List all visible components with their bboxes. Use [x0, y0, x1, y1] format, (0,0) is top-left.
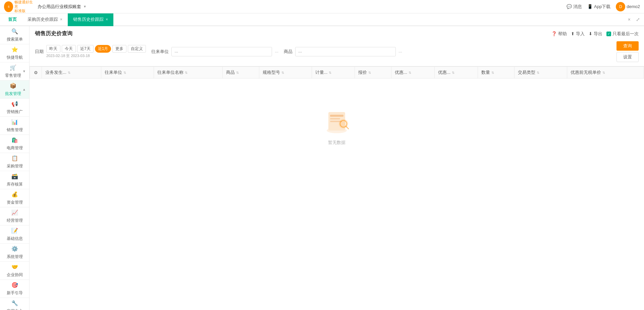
retail-expand-icon: ▼: [22, 69, 26, 74]
filter-row: 日期 昨天 今天 近7天 近1月 更多 自定义 2023-02-18 至 202…: [35, 41, 639, 66]
content-area: 销售历史价查询 ❓ 帮助 ⬆ 导入 ⬇ 导出 ✓: [30, 26, 644, 310]
export-btn[interactable]: ⬇ 导出: [589, 31, 602, 37]
sidebar-item-appstore[interactable]: 🔧 应用中心: [0, 298, 29, 310]
sidebar-item-appstore-label: 应用中心: [7, 308, 23, 310]
sidebar-item-operations-label: 经营管理: [7, 218, 23, 223]
sidebar-item-finance-label: 资金管理: [7, 200, 23, 205]
tab-sales-history-close-icon[interactable]: ×: [106, 17, 108, 21]
tab-purchase-history[interactable]: 采购历史价跟踪 ×: [22, 13, 68, 26]
sidebar-item-wholesale[interactable]: 📦 批发管理 ▲: [0, 81, 29, 99]
window-maximize-icon[interactable]: ⤢: [635, 15, 641, 23]
sidebar-item-purchase[interactable]: 📋 采购管理: [0, 153, 29, 171]
query-button[interactable]: 查询: [616, 41, 639, 51]
logo-icon: 6: [4, 1, 13, 12]
sidebar-item-retail-label: 零售管理: [5, 73, 21, 79]
tab-purchase-history-close-icon[interactable]: ×: [60, 17, 62, 21]
message-btn[interactable]: 💬 消息: [567, 4, 582, 10]
wholesale-icon: 📦: [10, 82, 16, 90]
date-btn-more[interactable]: 更多: [112, 45, 126, 53]
sidebar-item-basic-label: 基础信息: [7, 236, 23, 242]
th-discount1[interactable]: 优惠...⇅: [391, 67, 435, 79]
date-btn-7days[interactable]: 近7天: [77, 45, 94, 53]
avatar: D: [616, 2, 625, 11]
app-name: 办公用品行业模拟账套: [38, 4, 81, 10]
sidebar-item-basic[interactable]: 📝 基础信息: [0, 225, 29, 244]
logo-text: 畅捷通好生意 标准版: [14, 0, 34, 13]
th-date[interactable]: 业务发生...⇅: [42, 67, 101, 79]
top-bar: 6 畅捷通好生意 标准版 办公用品行业模拟账套 ▼ 💬 消息 📱 App下载 D…: [0, 0, 644, 13]
sidebar-item-inventory-label: 库存核算: [7, 182, 23, 187]
sidebar-item-shortcut[interactable]: ⭐ 快捷导航: [0, 44, 29, 62]
th-pretax-price[interactable]: 优惠前无税单价⇅: [567, 67, 644, 79]
th-discount2[interactable]: 优惠...⇅: [435, 67, 478, 79]
sidebar-item-search[interactable]: 🔍 搜索菜单: [0, 26, 29, 44]
sidebar: 🔍 搜索菜单 ⭐ 快捷导航 🛒 零售管理 ▼ 📦 批发管理 ▲ 📢 营销推广: [0, 26, 30, 310]
last-only-checkbox[interactable]: ✓: [606, 32, 611, 36]
message-icon: 💬: [567, 4, 572, 9]
data-table: ⚙ 业务发生...⇅ 往来单位⇅ 往来单位名称⇅ 商品⇅ 规格型号⇅ 计量...…: [30, 66, 644, 79]
tab-home-label: 首页: [8, 16, 17, 22]
th-partner-code[interactable]: 往来单位⇅: [101, 67, 154, 79]
logo-area: 6 畅捷通好生意 标准版: [4, 0, 34, 13]
help-icon: ❓: [551, 31, 557, 36]
export-label: 导出: [594, 31, 602, 37]
sidebar-item-system-label: 系统管理: [7, 254, 23, 260]
app-selector[interactable]: 办公用品行业模拟账套 ▼: [34, 4, 567, 10]
marketing-icon: 📢: [11, 100, 18, 108]
tab-home[interactable]: 首页: [3, 13, 22, 26]
date-btn-custom[interactable]: 自定义: [128, 45, 146, 53]
guide-icon: 🎯: [11, 281, 18, 289]
user-menu[interactable]: D demo2: [616, 2, 640, 11]
sales-mgmt-icon: 📊: [11, 118, 18, 126]
sidebar-item-ecommerce[interactable]: 🛍️ 电商管理: [0, 135, 29, 153]
sidebar-item-guide[interactable]: 🎯 新手引导: [0, 280, 29, 298]
goods-filter-label: 商品: [284, 49, 292, 55]
sidebar-item-marketing[interactable]: 📢 营销推广: [0, 99, 29, 117]
th-partner-name[interactable]: 往来单位名称⇅: [154, 67, 222, 79]
import-label: 导入: [576, 31, 585, 37]
th-quantity[interactable]: 数量⇅: [478, 67, 515, 79]
th-goods[interactable]: 商品⇅: [222, 67, 259, 79]
partner-filter-input[interactable]: [171, 47, 272, 56]
settings-button[interactable]: 设置: [616, 52, 639, 62]
sidebar-item-inventory[interactable]: 🗃️ 库存核算: [0, 171, 29, 189]
sidebar-item-enterprise-label: 企业协同: [7, 272, 23, 278]
app-download-btn[interactable]: 📱 App下载: [587, 4, 610, 10]
sidebar-item-sales-mgmt[interactable]: 📊 销售管理: [0, 117, 29, 135]
date-buttons: 昨天 今天 近7天 近1月 更多 自定义: [46, 45, 146, 53]
date-btn-yesterday[interactable]: 昨天: [46, 45, 60, 53]
sidebar-item-enterprise[interactable]: 🤝 企业协同: [0, 262, 29, 280]
date-btn-today[interactable]: 今天: [62, 45, 76, 53]
help-label: 帮助: [558, 31, 567, 37]
import-btn[interactable]: ⬆ 导入: [571, 31, 585, 37]
username-label: demo2: [627, 4, 640, 9]
th-unit[interactable]: 计量...⇅: [312, 67, 355, 79]
sidebar-item-system[interactable]: ⚙️ 系统管理: [0, 244, 29, 262]
sidebar-item-guide-label: 新手引导: [7, 290, 23, 296]
th-gear[interactable]: ⚙: [30, 67, 42, 79]
main-layout: 🔍 搜索菜单 ⭐ 快捷导航 🛒 零售管理 ▼ 📦 批发管理 ▲ 📢 营销推广: [0, 26, 644, 310]
page-title-row: 销售历史价查询 ❓ 帮助 ⬆ 导入 ⬇ 导出 ✓: [35, 30, 639, 37]
window-close-icon[interactable]: ×: [627, 15, 632, 23]
last-only-checkbox-group[interactable]: ✓ 只看最后一次: [606, 31, 639, 37]
th-spec[interactable]: 规格型号⇅: [259, 67, 312, 79]
date-btn-1month[interactable]: 近1月: [95, 45, 111, 53]
goods-filter-input[interactable]: [295, 47, 396, 56]
th-price[interactable]: 报价⇅: [355, 67, 391, 79]
page-header: 销售历史价查询 ❓ 帮助 ⬆ 导入 ⬇ 导出 ✓: [30, 26, 644, 66]
sidebar-item-retail[interactable]: 🛒 零售管理 ▼: [0, 62, 29, 81]
tab-window-actions: × ⤢: [627, 15, 641, 23]
search-icon: 🔍: [11, 28, 18, 35]
date-filter-group: 日期 昨天 今天 近7天 近1月 更多 自定义 2023-02-18 至 202…: [35, 45, 146, 58]
tab-sales-history[interactable]: 销售历史价跟踪 ×: [68, 13, 113, 26]
sidebar-item-operations[interactable]: 📈 经营管理: [0, 207, 29, 225]
table-header-row: ⚙ 业务发生...⇅ 往来单位⇅ 往来单位名称⇅ 商品⇅ 规格型号⇅ 计量...…: [30, 67, 644, 79]
help-btn[interactable]: ❓ 帮助: [551, 31, 567, 37]
sidebar-item-finance[interactable]: 💰 资金管理: [0, 189, 29, 207]
empty-icon: [322, 105, 352, 136]
sidebar-item-wholesale-label: 批发管理: [5, 91, 21, 97]
import-icon: ⬆: [571, 31, 575, 36]
basic-icon: 📝: [11, 227, 18, 235]
phone-icon: 📱: [587, 4, 593, 9]
th-trade-type[interactable]: 交易类型⇅: [515, 67, 567, 79]
